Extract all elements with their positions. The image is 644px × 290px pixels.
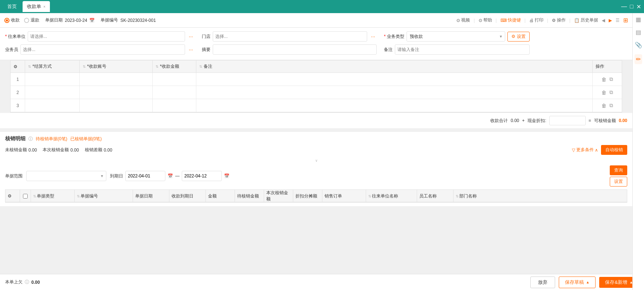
table-settings-gear-icon[interactable]: ⚙ bbox=[13, 64, 17, 69]
summary-field: 摘要 bbox=[202, 44, 377, 55]
summary-input[interactable] bbox=[213, 44, 377, 55]
date-value[interactable]: 2023-03-24 bbox=[65, 18, 87, 23]
bottom-table-header: ⚙ ⇅ 单据类型 ⇅ 单据编号 单据日期 收款到期日 金额 bbox=[5, 190, 627, 202]
calendar-to-icon[interactable]: 📅 bbox=[224, 173, 229, 179]
partner-more-icon[interactable]: ··· bbox=[187, 34, 195, 39]
list-view-icon[interactable]: ☰ bbox=[616, 18, 620, 23]
row-3-delete-icon[interactable]: 🗑 bbox=[601, 103, 606, 109]
row-2-copy-icon[interactable]: ⧉ bbox=[609, 89, 613, 95]
row-3-remark[interactable] bbox=[196, 99, 593, 112]
bth-settings[interactable]: ⚙ bbox=[5, 190, 20, 202]
nav-left-icon[interactable]: ◀ bbox=[602, 18, 605, 23]
th-action: 操作 bbox=[593, 60, 622, 72]
close-button[interactable]: ✕ bbox=[636, 3, 641, 10]
date-label: 单据日期 bbox=[45, 17, 63, 23]
grid-view-icon[interactable]: ⊞ bbox=[623, 17, 628, 24]
maximize-button[interactable]: □ bbox=[630, 3, 633, 10]
row-2-delete-icon[interactable]: 🗑 bbox=[601, 90, 606, 95]
remark-input[interactable] bbox=[395, 44, 530, 55]
partner-label: 往来单位 bbox=[5, 34, 25, 40]
th-account-label: *收款账号 bbox=[87, 63, 106, 70]
radio-receipt[interactable]: 收款 bbox=[4, 17, 20, 23]
row-1-remark[interactable] bbox=[196, 73, 593, 86]
partner-field: 往来单位 ··· bbox=[5, 31, 195, 42]
unchecked-stat: 未核销金额 0.00 bbox=[5, 147, 37, 153]
bth-doc-type: ⇅ 单据类型 bbox=[31, 190, 75, 202]
sidebar-table-icon[interactable]: ▦ bbox=[636, 16, 641, 23]
print-btn[interactable]: 🖨 打印 bbox=[529, 17, 543, 23]
discount-input[interactable] bbox=[549, 116, 586, 125]
row-1-actions: 🗑 ⧉ bbox=[593, 73, 622, 86]
tab-home[interactable]: 首页 bbox=[3, 1, 21, 12]
balance-label: 本单上欠 bbox=[5, 279, 23, 285]
nav-right-icon[interactable]: ▶ bbox=[609, 18, 612, 23]
row-1-amount[interactable] bbox=[153, 73, 196, 86]
calendar-from-icon[interactable]: 📅 bbox=[168, 173, 173, 179]
staff-input[interactable] bbox=[20, 44, 185, 55]
shortcut-btn[interactable]: ⌨ 快捷键 bbox=[500, 17, 521, 23]
store-more-icon[interactable]: ··· bbox=[369, 34, 377, 39]
bth-discount-label: 折扣分摊额 bbox=[295, 193, 317, 199]
row-3-settlement[interactable] bbox=[25, 99, 80, 112]
save-draft-button[interactable]: 保存草稿 ▲ bbox=[559, 277, 596, 288]
row-2-remark[interactable] bbox=[196, 86, 593, 99]
radio-refund-dot bbox=[24, 18, 29, 23]
filter-buttons: 查询 设置 bbox=[610, 165, 627, 187]
history-btn[interactable]: 📋 历史单据 bbox=[574, 17, 598, 23]
partner-input[interactable] bbox=[28, 31, 185, 42]
settings-button[interactable]: ⚙ 设置 bbox=[507, 32, 530, 42]
calendar-icon[interactable]: 📅 bbox=[89, 18, 95, 23]
video-btn[interactable]: ⊙ 视频 bbox=[456, 17, 470, 23]
row-1-copy-icon[interactable]: ⧉ bbox=[609, 76, 613, 82]
bottom-gear-icon[interactable]: ⚙ bbox=[8, 193, 12, 199]
operations-btn[interactable]: ⚙ 操作 bbox=[552, 17, 566, 23]
date-from-input[interactable] bbox=[125, 171, 165, 181]
range-select[interactable]: ▾ bbox=[26, 171, 106, 181]
staff-more-icon[interactable]: ··· bbox=[187, 47, 195, 52]
collapse-arrow-icon[interactable]: ∨ bbox=[315, 158, 318, 162]
section-separator bbox=[0, 128, 632, 132]
tab-active[interactable]: 收款单 × bbox=[23, 1, 50, 12]
date-to-input[interactable] bbox=[182, 171, 222, 181]
sidebar-edit-icon[interactable]: ✏ bbox=[635, 54, 642, 64]
query-button[interactable]: 查询 bbox=[610, 165, 627, 175]
help-btn[interactable]: ⊙ 帮助 bbox=[479, 17, 492, 23]
tab-close-icon[interactable]: × bbox=[43, 5, 46, 9]
radio-refund[interactable]: 退款 bbox=[24, 17, 39, 23]
bth-pending-amount: 待核销金额 bbox=[235, 190, 264, 202]
more-conditions-btn[interactable]: ▽ 更多条件 ∧ bbox=[572, 147, 598, 153]
writeoff-info-icon[interactable]: ⓘ bbox=[28, 136, 33, 142]
select-all-checkbox[interactable] bbox=[23, 194, 28, 199]
store-input[interactable] bbox=[213, 31, 367, 42]
pending-tab-link[interactable]: 待核销单据(0笔) bbox=[36, 136, 67, 142]
business-type-select[interactable]: 预收款 ▾ bbox=[407, 31, 505, 42]
discard-button[interactable]: 放弃 bbox=[530, 277, 555, 288]
footer: 本单上欠 ⓘ 0.00 放弃 保存草稿 ▲ 保存&新增 ▲ bbox=[0, 274, 644, 290]
auto-writeoff-button[interactable]: 自动核销 bbox=[601, 145, 627, 155]
number-value: SK-20230324-001 bbox=[120, 18, 156, 23]
th-settings[interactable]: ⚙ bbox=[11, 60, 25, 72]
dropdown-arrow-icon: ▾ bbox=[500, 34, 502, 39]
bth-dept-name: ⇅ 部门名称 bbox=[453, 190, 490, 202]
bth-checkbox[interactable] bbox=[20, 190, 31, 202]
writeoff-settings-button[interactable]: 设置 bbox=[610, 177, 627, 187]
row-1-settlement[interactable] bbox=[25, 73, 80, 86]
row-1-delete-icon[interactable]: 🗑 bbox=[601, 77, 606, 82]
equals-sign: = bbox=[589, 118, 591, 123]
row-1-account[interactable] bbox=[80, 73, 153, 86]
row-3-amount[interactable] bbox=[153, 99, 196, 112]
writeoff-title: 核销明细 ⓘ 待核销单据(0笔) 已核销单据(0笔) bbox=[5, 136, 627, 142]
sidebar-attachment-icon[interactable]: 📎 bbox=[635, 42, 642, 48]
bth-due-date: 收款到期日 bbox=[169, 190, 206, 202]
balance-info-icon[interactable]: ⓘ bbox=[25, 279, 29, 285]
chevron-up-icon: ∧ bbox=[595, 148, 598, 153]
row-2-settlement[interactable] bbox=[25, 86, 80, 99]
row-2-amount[interactable] bbox=[153, 86, 196, 99]
row-2-account[interactable] bbox=[80, 86, 153, 99]
row-3-copy-icon[interactable]: ⧉ bbox=[609, 102, 613, 109]
done-tab-link[interactable]: 已核销单据(0笔) bbox=[70, 136, 102, 142]
minimize-button[interactable]: — bbox=[621, 3, 627, 10]
footer-left: 本单上欠 ⓘ 0.00 bbox=[5, 279, 40, 285]
row-3-account[interactable] bbox=[80, 99, 153, 112]
sidebar-list-icon[interactable]: ▤ bbox=[636, 29, 641, 36]
